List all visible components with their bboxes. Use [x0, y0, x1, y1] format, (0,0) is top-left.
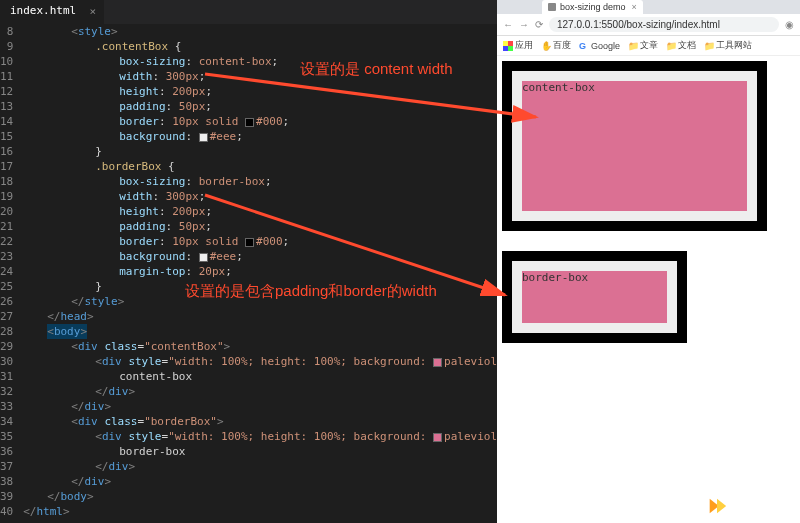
- profile-icon[interactable]: ◉: [785, 19, 794, 30]
- bookmark-folder[interactable]: 📁文档: [666, 39, 696, 52]
- browser-viewport: content-box border-box: [497, 56, 800, 368]
- watermark: 创新互联: [706, 495, 792, 517]
- code-area[interactable]: 8910111213141516171819202122232425262728…: [0, 24, 497, 523]
- bookmarks-bar: 应用 ✋百度 GGoogle 📁文章 📁文档 📁工具网站: [497, 36, 800, 56]
- apps-button[interactable]: 应用: [503, 39, 533, 52]
- annotation-bottom: 设置的是包含padding和border的width: [185, 282, 437, 301]
- content-box-demo: content-box: [502, 61, 767, 231]
- google-icon: G: [579, 41, 589, 51]
- code-lines[interactable]: <style>.contentBox {box-sizing: content-…: [23, 24, 543, 523]
- folder-icon: 📁: [704, 41, 714, 51]
- apps-icon: [503, 41, 513, 51]
- border-box-demo: border-box: [502, 251, 687, 343]
- editor-tab-active[interactable]: index.html ×: [0, 0, 104, 24]
- bookmark-folder[interactable]: 📁工具网站: [704, 39, 752, 52]
- annotation-top: 设置的是 content width: [300, 60, 453, 79]
- close-icon[interactable]: ×: [90, 5, 97, 18]
- bookmark-item[interactable]: GGoogle: [579, 41, 620, 51]
- browser-tab-title: box-sizing demo: [560, 2, 626, 12]
- folder-icon: 📁: [666, 41, 676, 51]
- watermark-logo-icon: [706, 495, 728, 517]
- bookmark-folder[interactable]: 📁文章: [628, 39, 658, 52]
- watermark-text: 创新互联: [732, 497, 792, 516]
- bookmark-item[interactable]: ✋百度: [541, 39, 571, 52]
- close-icon[interactable]: ×: [632, 2, 637, 12]
- tab-filename: index.html: [10, 4, 76, 17]
- browser-window: box-sizing demo × ← → ⟳ 127.0.0.1:5500/b…: [497, 0, 800, 523]
- content-box-inner: content-box: [522, 81, 747, 211]
- line-number-gutter: 8910111213141516171819202122232425262728…: [0, 24, 23, 523]
- reload-icon[interactable]: ⟳: [535, 19, 543, 30]
- browser-tab[interactable]: box-sizing demo ×: [542, 0, 643, 14]
- border-box-inner: border-box: [522, 271, 667, 323]
- folder-icon: 📁: [628, 41, 638, 51]
- browser-toolbar: ← → ⟳ 127.0.0.1:5500/box-sizing/index.ht…: [497, 14, 800, 36]
- browser-tab-bar: box-sizing demo ×: [497, 0, 800, 14]
- forward-icon[interactable]: →: [519, 19, 529, 30]
- favicon-icon: [548, 3, 556, 11]
- address-bar[interactable]: 127.0.0.1:5500/box-sizing/index.html: [549, 17, 779, 32]
- editor-tab-bar: index.html ×: [0, 0, 497, 24]
- baidu-icon: ✋: [541, 41, 551, 51]
- back-icon[interactable]: ←: [503, 19, 513, 30]
